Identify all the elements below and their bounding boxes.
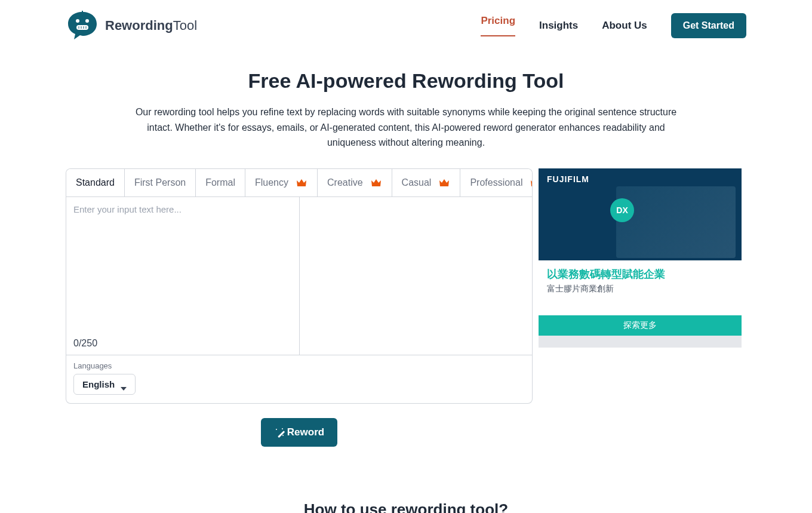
- language-label: Languages: [73, 361, 525, 370]
- nav-pricing[interactable]: Pricing: [481, 15, 515, 36]
- input-pane: 0/250: [66, 197, 300, 355]
- caret-down-icon: [121, 382, 127, 386]
- how-to-section: How to use rewording tool?: [0, 477, 812, 513]
- header: RewordingTool Pricing Insights About Us …: [0, 0, 812, 51]
- nav-insights[interactable]: Insights: [539, 20, 578, 32]
- tab-label: Standard: [76, 177, 115, 188]
- tab-creative[interactable]: Creative: [318, 169, 392, 196]
- ad-content: FUJIFILM DX 以業務數碼轉型賦能企業 富士膠片商業創新 探索更多: [539, 168, 742, 336]
- tab-professional[interactable]: Professional: [460, 169, 533, 196]
- ad-panel[interactable]: ⓘ ✕ FUJIFILM DX 以業務數碼轉型賦能企業 富士膠片商業創新 探索更…: [539, 168, 742, 348]
- tab-label: Casual: [402, 177, 432, 188]
- tab-formal[interactable]: Formal: [196, 169, 245, 196]
- logo-text: RewordingTool: [105, 18, 197, 33]
- tab-label: Creative: [327, 177, 363, 188]
- tab-standard[interactable]: Standard: [66, 169, 125, 196]
- nav: Pricing Insights About Us Get Started: [481, 13, 746, 38]
- input-textarea[interactable]: [66, 197, 299, 352]
- svg-rect-2: [76, 25, 88, 30]
- svg-point-10: [276, 429, 277, 430]
- tab-first-person[interactable]: First Person: [125, 169, 196, 196]
- ad-dx-badge: DX: [610, 198, 634, 222]
- output-pane: [300, 197, 533, 355]
- svg-point-1: [85, 19, 89, 23]
- tab-label: Formal: [205, 177, 235, 188]
- tab-label: Fluency: [255, 177, 288, 188]
- how-to-title: How to use rewording tool?: [66, 500, 746, 513]
- char-count: 0/250: [73, 338, 97, 349]
- crown-icon: [370, 178, 382, 188]
- logo-icon: [66, 11, 99, 41]
- ad-logo: FUJIFILM: [547, 174, 589, 184]
- svg-point-0: [76, 19, 79, 23]
- tab-casual[interactable]: Casual: [392, 169, 461, 196]
- page-title: Free AI-powered Rewording Tool: [131, 69, 681, 93]
- svg-point-11: [282, 428, 283, 429]
- get-started-button[interactable]: Get Started: [671, 13, 746, 38]
- tab-label: First Person: [134, 177, 186, 188]
- language-row: Languages English: [66, 355, 533, 404]
- ad-subhead: 富士膠片商業創新: [547, 284, 614, 294]
- wand-icon: [274, 427, 285, 438]
- editor-row: 0/250: [66, 196, 533, 355]
- reword-button[interactable]: Reword: [261, 418, 337, 447]
- language-selected: English: [82, 379, 115, 389]
- reword-button-label: Reword: [287, 426, 324, 438]
- svg-rect-9: [278, 431, 285, 438]
- tab-label: Professional: [470, 177, 522, 188]
- hero: Free AI-powered Rewording Tool Our rewor…: [131, 69, 681, 150]
- main: Free AI-powered Rewording Tool Our rewor…: [0, 51, 812, 477]
- page-description: Our rewording tool helps you refine text…: [131, 105, 681, 150]
- crown-icon: [296, 178, 307, 188]
- tab-fluency[interactable]: Fluency: [245, 169, 318, 196]
- logo[interactable]: RewordingTool: [66, 11, 197, 41]
- crown-icon: [530, 178, 533, 188]
- tool-main: StandardFirst PersonFormalFluencyCreativ…: [66, 168, 533, 447]
- nav-about[interactable]: About Us: [602, 20, 647, 32]
- svg-point-12: [282, 435, 284, 436]
- ad-image: [616, 186, 736, 258]
- ad-cta[interactable]: 探索更多: [539, 315, 742, 336]
- crown-icon: [438, 178, 450, 188]
- language-select[interactable]: English: [73, 374, 136, 395]
- tool-layout: StandardFirst PersonFormalFluencyCreativ…: [66, 168, 746, 447]
- ad-headline: 以業務數碼轉型賦能企業: [547, 267, 665, 281]
- tabs: StandardFirst PersonFormalFluencyCreativ…: [66, 168, 533, 196]
